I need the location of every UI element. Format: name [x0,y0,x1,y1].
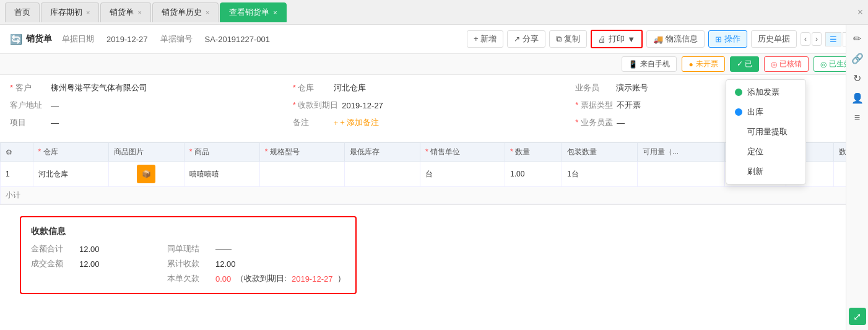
print-dropdown-arrow: ▼ [627,35,635,44]
tab-bar: 首页 库存期初 × 销货单 × 销货单历史 × 查看销货单 × × [0,0,868,25]
project-label: 项目 [10,117,47,128]
tab-view-sales-close[interactable]: × [273,9,277,16]
view-list-button[interactable]: ☰ [825,32,841,46]
same-order-label: 同单现结 [167,243,210,254]
from-phone-button[interactable]: 📱 来自手机 [622,56,677,72]
tab-inventory-init[interactable]: 库存期初 × [41,2,99,22]
history-button[interactable]: 历史单据 [751,30,797,48]
col-settings[interactable]: ⚙ [1,143,33,162]
total-value: 12.00 [79,245,100,254]
sidebar-icon-expand[interactable]: ⤢ [849,308,866,325]
locate-label: 定位 [747,146,763,157]
col-min-stock: 最低库存 [344,143,420,162]
print-button[interactable]: 🖨 打印 ▼ [591,30,643,48]
total-received-label: 累计收款 [167,258,210,269]
not-opened-button[interactable]: ● 未开票 [682,56,724,72]
row-product: 嘻嘻嘻嘻 [184,162,259,187]
sidebar-icon-refresh[interactable]: ↻ [849,69,866,87]
payment-section: 收款信息 金额合计 12.00 同单现结 —— 成交金额 12.00 [20,216,357,294]
payment-total-row: 金额合计 12.00 [31,243,155,254]
add-notes-button[interactable]: + + 添加备注 [334,117,380,128]
row-available [638,162,725,187]
add-invoice-dot [735,89,742,96]
payment-title: 收款信息 [31,226,345,237]
tab-home-label: 首页 [14,7,30,18]
logistics-label: 物流信息 [666,33,698,45]
dropdown-add-invoice[interactable]: 添加发票 [726,82,805,102]
not-opened-icon: ● [688,60,693,69]
sub-toolbar: 📱 来自手机 ● 未开票 ✓ 已 ◎ 已核销 ◎ 已生效 [0,54,868,75]
tab-sales-order-label: 销货单 [110,7,134,18]
sidebar-icon-list[interactable]: ≡ [849,109,866,126]
tab-sales-order[interactable]: 销货单 × [100,2,150,22]
sidebar-icon-person[interactable]: 👤 [849,89,866,106]
address-value: — [51,101,59,110]
warehouse-field: 仓库 河北仓库 [293,82,576,93]
staff-label: 业务员 [575,82,612,93]
operate-icon: ⊞ [715,35,722,44]
subtotal-label: 小计 [1,187,868,204]
next-button[interactable]: › [812,32,822,46]
project-value: — [51,118,59,128]
outbound-label: 出库 [747,106,763,118]
logistics-button[interactable]: 🚚 物流信息 [646,30,705,48]
deal-value: 12.00 [79,259,100,269]
window-close-button[interactable]: × [857,7,863,18]
address-label: 客户地址 [10,100,47,111]
dropdown-locate[interactable]: 定位 [726,142,805,162]
new-button[interactable]: + 新增 [467,30,503,48]
operate-button[interactable]: ⊞ 操作 [708,30,747,48]
sidebar-icon-edit[interactable]: ✏ [849,30,866,47]
outbound-dot [735,108,742,116]
dropdown-refresh[interactable]: 刷新 [726,162,805,181]
col-warehouse: * 仓库 [33,143,108,162]
prev-button[interactable]: ‹ [801,32,810,46]
confirm-button[interactable]: ✓ 已 [730,56,759,72]
tab-home[interactable]: 首页 [5,2,40,22]
warehouse-value: 河北仓库 [334,82,366,93]
from-phone-label: 来自手机 [640,59,670,69]
ticket-type-field: 票据类型 不开票 [575,100,858,111]
from-phone-icon: 📱 [628,60,638,69]
dropdown-outbound[interactable]: 出库 [726,102,805,122]
main-content: 🔄 销货单 单据日期 2019-12-27 单据编号 SA-20191227-0… [0,25,868,330]
effective-icon: ◎ [820,60,827,69]
salesperson-value: — [617,118,625,128]
tab-view-sales[interactable]: 查看销货单 × [220,2,286,22]
cancelled-button[interactable]: ◎ 已核销 [764,56,809,72]
balance-note: （收款到期日: [236,273,287,284]
total-label: 金额合计 [31,243,74,254]
customer-value: 柳州粤港平安气体有限公司 [51,82,147,93]
col-quantity: * 数量 [505,143,562,162]
tab-sales-order-close[interactable]: × [137,9,141,16]
salesperson-field: 业务员孟 — [575,117,858,128]
ticket-type-label: 票据类型 [575,100,613,111]
logistics-icon: 🚚 [653,35,663,44]
no-label: 单据编号 [160,33,193,45]
balance-label: 本单欠款 [167,273,210,284]
right-sidebar: ✏ 🔗 ↻ 👤 ≡ ⤢ [846,25,868,330]
staff-field: 业务员 演示账号 [575,82,858,93]
date-label: 单据日期 [62,33,94,45]
refresh-label: 刷新 [747,166,763,177]
due-date-label: 收款到期日 [293,100,339,111]
tab-inventory-init-label: 库存期初 [50,7,82,18]
balance-due-date: 2019-12-27 [292,274,333,284]
tab-inventory-init-close[interactable]: × [86,9,90,16]
tab-sales-history[interactable]: 销货单历史 × [152,2,219,22]
dropdown-available-qty[interactable]: 可用量提取 [726,122,805,142]
share-button[interactable]: ↗ 分享 [507,30,545,48]
not-opened-label: 未开票 [696,59,718,69]
sidebar-icon-link[interactable]: 🔗 [849,50,866,67]
print-icon: 🖨 [598,35,606,44]
col-unit: * 销售单位 [420,143,505,162]
row-spec [259,162,344,187]
subtotal-row: 小计 [1,187,868,204]
copy-button[interactable]: ⧉ 复制 [549,30,587,48]
row-min-stock [344,162,420,187]
row-warehouse: 河北仓库 [33,162,108,187]
doc-title-text: 销货单 [26,33,52,45]
tab-sales-history-close[interactable]: × [206,9,209,16]
balance-value: 0.00 [215,274,231,284]
ticket-type-value: 不开票 [617,100,641,111]
